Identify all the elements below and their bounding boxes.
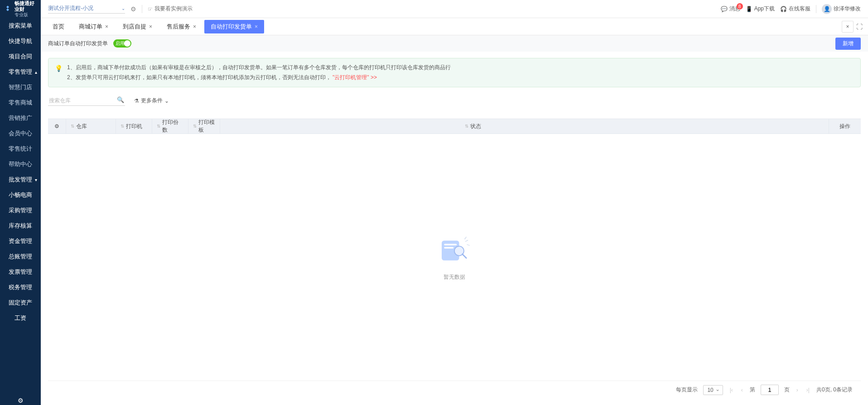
filter-icon: ⚗ <box>134 98 139 104</box>
sidebar-sub-smart-store[interactable]: 智慧门店 <box>0 80 41 95</box>
column-settings-button[interactable]: ⚙ <box>48 119 66 133</box>
demo-link[interactable]: ☞ 我要看实例演示 <box>148 5 193 13</box>
user-name: 徐泽华修改 <box>834 5 861 13</box>
search-icon[interactable]: 🔍 <box>117 96 124 103</box>
sidebar-sub-retail-mall[interactable]: 零售商城 <box>0 95 41 110</box>
th-status[interactable]: ⇅ 状态 <box>220 119 829 133</box>
user-menu[interactable]: 👤 徐泽华修改 <box>822 4 861 14</box>
sort-icon: ⇅ <box>71 125 74 128</box>
sidebar-item-quick-nav[interactable]: 快捷导航 <box>0 33 41 49</box>
tab-auto-print[interactable]: 自动打印发货单 × <box>204 20 264 33</box>
brand-icon <box>4 5 12 13</box>
pager-summary: 共0页, 0条记录 <box>816 386 853 394</box>
empty-state: 暂无数据 <box>48 134 861 381</box>
th-warehouse[interactable]: ⇅ 仓库 <box>66 119 116 133</box>
th-label: 仓库 <box>76 123 87 130</box>
more-filters-button[interactable]: ⚗ 更多条件 ⌄ <box>134 97 169 105</box>
sidebar-sub-retail-stats[interactable]: 零售统计 <box>0 141 41 157</box>
tabs-row: 首页 商城订单 × 到店自提 × 售后服务 × 自动打印发货单 × × ⛶ <box>41 18 868 35</box>
sidebar-item-invoice[interactable]: 发票管理 <box>0 264 41 280</box>
next-page-button[interactable]: › <box>795 387 800 393</box>
message-button[interactable]: 💬 消息 8 <box>721 5 740 13</box>
sort-icon: ⇅ <box>193 125 197 128</box>
toggle-knob <box>124 40 130 47</box>
sort-icon: ⇅ <box>157 125 160 128</box>
sidebar-item-search-menu[interactable]: 搜索菜单 <box>0 18 41 33</box>
divider <box>142 5 142 13</box>
brand-edition: 专业版 <box>14 12 37 18</box>
th-template[interactable]: ⇅ 打印模板 <box>188 119 220 133</box>
per-page-label: 每页显示 <box>676 386 698 394</box>
sidebar-item-fund[interactable]: 资金管理 <box>0 233 41 249</box>
close-icon[interactable]: × <box>105 24 108 30</box>
hand-icon: ☞ <box>148 6 153 12</box>
sidebar-item-inventory[interactable]: 库存核算 <box>0 218 41 233</box>
sidebar-item-salary[interactable]: 工资 <box>0 310 41 326</box>
page-suffix: 页 <box>784 386 790 394</box>
fullscreen-icon[interactable]: ⛶ <box>856 23 863 30</box>
sidebar-item-purchase[interactable]: 采购管理 <box>0 203 41 218</box>
sidebar-item-project-contract[interactable]: 项目合同 <box>0 49 41 64</box>
tab-home[interactable]: 首页 <box>46 20 71 33</box>
svg-line-4 <box>463 254 467 258</box>
toggle-label: 启用 <box>116 40 125 47</box>
sidebar-sub-marketing[interactable]: 营销推广 <box>0 110 41 126</box>
flow-selector[interactable]: 测试分开流程-小况 ⌄ <box>48 5 125 14</box>
new-button[interactable]: 新增 <box>835 38 861 50</box>
main-area: 测试分开流程-小况 ⌄ ⚙ ☞ 我要看实例演示 💬 消息 8 📱 App下载 🎧 <box>41 0 868 405</box>
empty-illustration-icon <box>434 233 475 265</box>
info-line-2-text: 2、发货单只可用云打印机来打，如果只有本地打印机，须将本地打印机添加为云打印机，… <box>67 74 331 81</box>
divider <box>816 5 816 13</box>
sidebar-sub-help-center[interactable]: 帮助中心 <box>0 157 41 172</box>
sidebar-nav: 搜索菜单 快捷导航 项目合同 零售管理 智慧门店 零售商城 营销推广 会员中心 … <box>0 18 41 396</box>
close-icon[interactable]: × <box>255 24 258 30</box>
tab-after-sales[interactable]: 售后服务 × <box>160 20 203 33</box>
th-printer[interactable]: ⇅ 打印机 <box>116 119 152 133</box>
page-size-select[interactable]: 10 <box>703 385 723 395</box>
last-page-button[interactable]: ›| <box>805 387 811 393</box>
sidebar-item-ledger[interactable]: 总账管理 <box>0 249 41 264</box>
sidebar-item-retail-mgmt[interactable]: 零售管理 <box>0 64 41 80</box>
close-icon[interactable]: × <box>149 24 152 30</box>
first-page-button[interactable]: |‹ <box>728 387 734 393</box>
sidebar-item-tax[interactable]: 税务管理 <box>0 280 41 295</box>
search-input[interactable] <box>48 95 125 106</box>
svg-rect-1 <box>444 244 457 246</box>
settings-icon[interactable]: ⚙ <box>130 5 136 13</box>
th-label: 操作 <box>839 123 850 130</box>
chat-icon: 💬 <box>721 6 728 12</box>
demo-link-text: 我要看实例演示 <box>154 5 193 13</box>
app-download-button[interactable]: 📱 App下载 <box>746 5 775 13</box>
tab-store-pickup[interactable]: 到店自提 × <box>116 20 159 33</box>
search-box: 🔍 <box>48 95 125 106</box>
more-filters-label: 更多条件 <box>141 97 163 105</box>
sidebar: 畅捷通好业财 专业版 搜索菜单 快捷导航 项目合同 零售管理 智慧门店 零售商城… <box>0 0 41 405</box>
sidebar-sub-member-center[interactable]: 会员中心 <box>0 126 41 141</box>
table: ⚙ ⇅ 仓库 ⇅ 打印机 ⇅ 打印份数 ⇅ 打印模板 <box>48 119 861 381</box>
support-button[interactable]: 🎧 在线客服 <box>780 5 810 13</box>
info-line-1: 1、启用后，商城下单付款成功后（如果有审核是在审核之后），自动打印发货单。如果一… <box>67 63 451 73</box>
info-banner: 💡 1、启用后，商城下单付款成功后（如果有审核是在审核之后），自动打印发货单。如… <box>48 58 861 87</box>
flow-name-text: 测试分开流程-小况 <box>48 5 93 12</box>
sidebar-item-fixed-asset[interactable]: 固定资产 <box>0 295 41 310</box>
table-header: ⚙ ⇅ 仓库 ⇅ 打印机 ⇅ 打印份数 ⇅ 打印模板 <box>48 119 861 134</box>
sidebar-item-ecommerce[interactable]: 小畅电商 <box>0 187 41 203</box>
prev-page-button[interactable]: ‹ <box>740 387 744 393</box>
close-icon[interactable]: × <box>193 24 196 30</box>
tab-mall-order[interactable]: 商城订单 × <box>72 20 115 33</box>
close-all-tabs-button[interactable]: × <box>842 21 854 33</box>
enable-toggle[interactable]: 启用 <box>113 39 131 48</box>
pagination: 每页显示 10 |‹ ‹ 第 页 › ›| 共0页, 0条记录 <box>48 381 861 399</box>
avatar: 👤 <box>822 4 832 14</box>
sidebar-item-wholesale[interactable]: 批发管理 <box>0 172 41 187</box>
page-input[interactable] <box>761 385 779 395</box>
message-badge: 8 <box>737 3 743 10</box>
support-label: 在线客服 <box>789 5 810 13</box>
chevron-down-icon: ⌄ <box>121 6 125 11</box>
cloud-printer-link[interactable]: "云打印机管理" >> <box>333 74 377 81</box>
th-copies[interactable]: ⇅ 打印份数 <box>152 119 188 133</box>
sub-header: 商城订单自动打印发货单 启用 新增 <box>41 35 868 52</box>
search-row: 🔍 ⚗ 更多条件 ⌄ <box>48 95 861 106</box>
sidebar-settings-icon[interactable]: ⚙ <box>18 397 24 404</box>
tab-label: 到店自提 <box>123 23 146 31</box>
